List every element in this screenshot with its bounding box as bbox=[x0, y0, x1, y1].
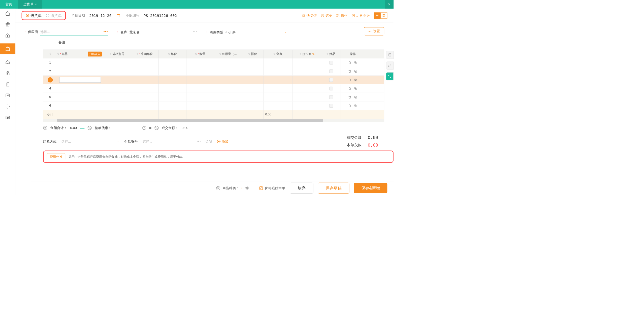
select-button[interactable]: 选单 bbox=[321, 13, 332, 18]
link-icon[interactable] bbox=[386, 61, 393, 70]
clipboard-icon[interactable] bbox=[5, 81, 11, 87]
bag-icon[interactable] bbox=[0, 43, 15, 54]
copy-icon[interactable] bbox=[354, 87, 357, 90]
delete-icon[interactable] bbox=[348, 70, 351, 73]
table-row[interactable]: + bbox=[43, 76, 384, 84]
note-icon[interactable] bbox=[386, 51, 393, 59]
new-icon[interactable]: 新 bbox=[5, 115, 11, 121]
svg-rect-22 bbox=[384, 16, 385, 17]
supplier-select[interactable]: 选择...••• bbox=[40, 29, 108, 36]
table-scrollbar[interactable] bbox=[43, 119, 384, 122]
tab-purchase[interactable]: 进货单× bbox=[18, 0, 42, 9]
delete-icon[interactable] bbox=[348, 78, 351, 81]
col-spec[interactable]: ⇅规格型号 bbox=[103, 50, 131, 58]
summary-owe-label: 本单欠款 bbox=[347, 143, 362, 148]
discount-label: 整单优惠： bbox=[95, 126, 112, 130]
gift-icon[interactable] bbox=[5, 21, 11, 27]
delete-icon[interactable] bbox=[348, 61, 351, 64]
col-unit[interactable]: ⇅*采购单位 bbox=[131, 50, 159, 58]
home-icon[interactable] bbox=[5, 10, 11, 16]
radio-purchase[interactable]: 进货单 bbox=[26, 13, 42, 18]
gift-checkbox[interactable] bbox=[329, 61, 333, 65]
subtotal-label: 小计 bbox=[43, 110, 57, 119]
gift-checkbox[interactable] bbox=[329, 87, 333, 90]
gift-checkbox[interactable] bbox=[329, 104, 333, 108]
fee-allocation-button[interactable]: 费用分摊 bbox=[47, 153, 65, 160]
help-icon[interactable]: ? bbox=[142, 126, 146, 130]
invoice-select[interactable]: 不开票⌄ bbox=[226, 29, 287, 36]
summary-owe-value: 0.00 bbox=[368, 143, 378, 148]
delete-icon[interactable] bbox=[348, 95, 351, 99]
view-list-icon[interactable] bbox=[374, 12, 381, 18]
radio-return[interactable]: 退货单 bbox=[46, 13, 61, 18]
add-payment-button[interactable]: +添加 bbox=[217, 139, 229, 144]
settings-button[interactable]: 设置 bbox=[364, 27, 384, 36]
svg-rect-21 bbox=[383, 16, 383, 17]
copy-icon[interactable] bbox=[354, 61, 357, 64]
contacts-icon[interactable] bbox=[5, 92, 11, 99]
col-quote[interactable]: ⇅报价 bbox=[242, 50, 264, 58]
delete-icon[interactable] bbox=[348, 104, 351, 107]
gift-checkbox[interactable] bbox=[329, 78, 333, 82]
expand-icon[interactable] bbox=[386, 72, 393, 80]
payment-account-select[interactable]: 选择...••• bbox=[143, 138, 201, 145]
add-row-icon[interactable]: + bbox=[47, 77, 53, 82]
save-button[interactable]: 保存&新增 bbox=[354, 183, 387, 193]
money-house-icon[interactable]: $ bbox=[5, 32, 11, 38]
payment-method-select[interactable]: 选择...⌄ bbox=[61, 138, 120, 145]
close-icon[interactable]: × bbox=[35, 3, 37, 6]
col-price[interactable]: ⇅单价 bbox=[159, 50, 186, 58]
deal-value: 0.00 bbox=[182, 126, 188, 130]
date-value[interactable]: 2019-12-26 bbox=[89, 13, 111, 18]
gear-icon[interactable] bbox=[43, 50, 57, 58]
close-panel-icon[interactable]: × bbox=[385, 0, 394, 9]
summary-deal-value: 0.00 bbox=[368, 135, 378, 140]
col-avail[interactable]: ⇅可用量（... bbox=[214, 50, 242, 58]
table-row[interactable]: 5 bbox=[43, 93, 384, 101]
svg-point-7 bbox=[7, 95, 8, 95]
copy-icon[interactable] bbox=[354, 104, 357, 107]
kinds-unit: 种 bbox=[245, 186, 249, 190]
history-button[interactable]: 历史单据 bbox=[352, 13, 370, 18]
table-row[interactable]: 6 bbox=[43, 102, 384, 110]
col-product[interactable]: ⇅*商品扫码录入 bbox=[57, 50, 103, 58]
view-grid-icon[interactable] bbox=[380, 12, 387, 18]
svg-rect-19 bbox=[383, 14, 383, 15]
discard-button[interactable]: 放弃 bbox=[290, 183, 313, 194]
percent-icon: % bbox=[88, 126, 92, 130]
table-row[interactable]: 1 bbox=[43, 58, 384, 67]
tab-home[interactable]: 首页 bbox=[0, 0, 18, 9]
payment-method-label: 结算方式 bbox=[43, 139, 57, 144]
delete-icon[interactable] bbox=[348, 87, 351, 90]
sync-icon[interactable] bbox=[5, 104, 11, 110]
track-checkbox[interactable]: ✓ bbox=[259, 186, 263, 190]
col-discount[interactable]: ⇅折扣% ✎ bbox=[293, 50, 322, 58]
track-label: 价格跟踪本单 bbox=[265, 186, 285, 190]
date-label: 单据日期 bbox=[72, 13, 85, 18]
gift-checkbox[interactable] bbox=[329, 95, 333, 99]
moneybag-icon[interactable]: ¥ bbox=[5, 70, 11, 76]
remark-label: 备注 bbox=[58, 40, 65, 45]
payment-account-label: 付款账号 bbox=[124, 139, 138, 144]
col-amount[interactable]: ⇅金额 bbox=[263, 50, 293, 58]
doc-type-radio-group: 进货单 退货单 bbox=[22, 11, 66, 20]
svg-text:新: 新 bbox=[7, 117, 9, 119]
copy-icon[interactable] bbox=[354, 78, 357, 81]
calendar-icon[interactable] bbox=[116, 14, 120, 17]
docno-value: PS-20191226-002 bbox=[144, 13, 177, 18]
draft-button[interactable]: 保存草稿 bbox=[318, 183, 349, 194]
warehouse-select[interactable]: 北京仓••• bbox=[130, 29, 197, 36]
col-gift[interactable]: ⇅赠品 bbox=[322, 50, 340, 58]
subtotal-amount: 0.00 bbox=[263, 110, 293, 119]
table-row[interactable]: 4 bbox=[43, 84, 384, 93]
gift-checkbox[interactable] bbox=[329, 69, 333, 73]
building-icon[interactable] bbox=[5, 59, 11, 65]
scan-badge[interactable]: 扫码录入 bbox=[88, 51, 102, 56]
operation-button[interactable]: 操作 bbox=[336, 13, 347, 18]
copy-icon[interactable] bbox=[354, 70, 357, 73]
svg-text:¥: ¥ bbox=[7, 73, 8, 75]
shortcut-button[interactable]: 快捷键 bbox=[302, 13, 317, 18]
table-row[interactable]: 2 bbox=[43, 67, 384, 76]
col-qty[interactable]: ⇅*数量 bbox=[186, 50, 214, 58]
copy-icon[interactable] bbox=[354, 95, 357, 99]
